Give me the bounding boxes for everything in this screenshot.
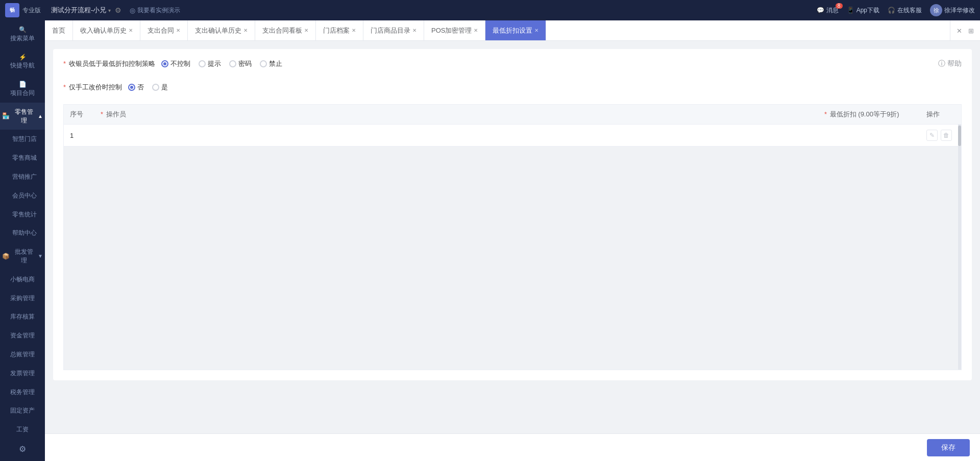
help-button[interactable]: ⓘ 帮助 — [938, 59, 962, 68]
contract-icon: 📄 — [19, 80, 27, 89]
wholesale-icon: 📦 — [2, 252, 10, 261]
table-row: 1 ✎ 🗑 — [64, 125, 961, 147]
tab-home[interactable]: 首页 — [45, 20, 73, 41]
radio-icon — [161, 60, 168, 67]
tabbar: 首页 收入确认单历史 ✕ 支出合同 ✕ 支出确认单历史 ✕ 支出合同看板 ✕ 门… — [45, 20, 980, 41]
table-vertical-scrollbar[interactable] — [958, 125, 961, 370]
tab-close-icon[interactable]: ✕ — [176, 28, 180, 33]
tab-label: 支出合同看板 — [262, 26, 302, 35]
required-mark: * — [63, 83, 66, 91]
sidebar-item-invoice[interactable]: 发票管理 — [0, 364, 45, 383]
retail-icon: 🏪 — [2, 112, 10, 120]
tab-close-icon[interactable]: ✕ — [534, 28, 538, 33]
tab-expense-confirm-history[interactable]: 支出确认单历史 ✕ — [188, 20, 255, 41]
messages-button[interactable]: 💬 消息 8 — [817, 6, 839, 15]
logo-icon: 畅 — [5, 3, 19, 17]
radio-icon — [128, 84, 135, 91]
radio-no-control[interactable]: 不控制 — [161, 59, 190, 68]
project-dropdown-icon: ▾ — [108, 8, 111, 13]
user-profile[interactable]: 徐 徐泽华修改 — [930, 4, 975, 16]
sidebar-item-fixed-assets[interactable]: 固定资产 — [0, 401, 45, 420]
tab-close-icon[interactable]: ✕ — [304, 28, 308, 33]
sidebar-item-finance[interactable]: 资金管理 — [0, 326, 45, 345]
sidebar-item-wholesale[interactable]: 📦 批发管理 ▼ — [0, 242, 45, 270]
project-selector[interactable]: 测试分开流程-小兄 ▾ — [51, 6, 111, 15]
sidebar-item-retail-mall[interactable]: 零售商城 — [0, 149, 45, 167]
tab-min-discount[interactable]: 最低折扣设置 ✕ — [485, 20, 546, 41]
more-tabs-button[interactable]: ⊞ — [966, 26, 976, 36]
sidebar-item-ecommerce[interactable]: 小畅电商 — [0, 270, 45, 289]
manual-control-row: * 仅手工改价时控制 否 — [63, 83, 938, 92]
tab-close-icon[interactable]: ✕ — [412, 28, 416, 33]
control-policy-options: 不控制 提示 密码 — [161, 59, 282, 68]
control-policy-row: * 收银员低于最低折扣控制策略 不控制 — [63, 59, 938, 68]
col-discount: * 最低折扣 (9.00等于9折) — [818, 105, 920, 124]
sidebar-item-label: 搜索菜单 — [10, 34, 35, 43]
table-scroll-area: 1 ✎ 🗑 — [64, 125, 961, 370]
manual-control-label: * 仅手工改价时控制 — [63, 83, 122, 92]
tab-close-icon[interactable]: ✕ — [352, 28, 356, 33]
tab-pos-encrypt[interactable]: POS加密管理 ✕ — [424, 20, 485, 41]
sidebar-item-smart-store[interactable]: 智慧门店 — [0, 130, 45, 149]
tab-label: 支出合同 — [148, 26, 174, 35]
delete-row-button[interactable]: 🗑 — [941, 130, 952, 141]
required-mark: * — [63, 60, 66, 67]
radio-password[interactable]: 密码 — [229, 59, 252, 68]
logo-area: 畅 专业版 — [5, 3, 46, 17]
radio-icon — [229, 60, 236, 67]
tab-expense-contract[interactable]: 支出合同 ✕ — [140, 20, 188, 41]
app-download-button[interactable]: 📱 App下载 — [847, 6, 879, 15]
sidebar-item-tax[interactable]: 税务管理 — [0, 383, 45, 402]
col-seq: 序号 — [64, 105, 94, 124]
sidebar-item-purchase[interactable]: 采购管理 — [0, 289, 45, 308]
radio-yes[interactable]: 是 — [152, 83, 168, 92]
online-service-button[interactable]: 🎧 在线客服 — [888, 6, 922, 15]
content-area: 首页 收入确认单历史 ✕ 支出合同 ✕ 支出确认单历史 ✕ 支出合同看板 ✕ 门… — [45, 20, 980, 461]
user-name: 徐泽华修改 — [944, 6, 975, 15]
sidebar-item-quicknav[interactable]: ⚡ 快捷导航 — [0, 48, 45, 76]
message-icon: 💬 — [817, 7, 824, 14]
quicknav-icon: ⚡ — [19, 53, 27, 62]
sidebar-item-label: 工资 — [16, 425, 29, 434]
demo-link[interactable]: ◎ 我要看实例演示 — [130, 6, 180, 15]
app-edition: 专业版 — [22, 6, 41, 15]
topbar-right: 💬 消息 8 📱 App下载 🎧 在线客服 徐 徐泽华修改 — [817, 4, 975, 16]
table-header: 序号 * 操作员 * 最低折扣 (9.00等于9折) 操作 — [64, 105, 961, 125]
sidebar-item-label: 批发管理 — [12, 248, 36, 265]
tab-store-archive[interactable]: 门店档案 ✕ — [316, 20, 363, 41]
close-tab-button[interactable]: ✕ — [954, 26, 964, 36]
sidebar-item-label: 项目合同 — [10, 89, 35, 98]
radio-icon — [260, 60, 267, 67]
tab-close-icon[interactable]: ✕ — [474, 28, 478, 33]
tab-store-catalog[interactable]: 门店商品目录 ✕ — [363, 20, 424, 41]
sidebar-item-members[interactable]: 会员中心 — [0, 186, 45, 205]
messages-badge: 8 — [836, 3, 843, 9]
cell-actions: ✎ 🗑 — [920, 125, 961, 146]
sidebar-item-retail-stats[interactable]: 零售统计 — [0, 205, 45, 224]
sidebar-settings-button[interactable]: ⚙ — [0, 439, 45, 459]
save-button[interactable]: 保存 — [927, 439, 970, 456]
sidebar-item-contract[interactable]: 📄 项目合同 — [0, 75, 45, 103]
tab-close-icon[interactable]: ✕ — [129, 28, 133, 33]
sidebar-item-help[interactable]: 帮助中心 — [0, 224, 45, 242]
sidebar-item-marketing[interactable]: 营销推广 — [0, 167, 45, 186]
tab-expense-contract-board[interactable]: 支出合同看板 ✕ — [255, 20, 316, 41]
sidebar-item-label: 零售统计 — [12, 210, 37, 219]
tab-close-icon[interactable]: ✕ — [243, 28, 248, 33]
topbar-settings-icon[interactable]: ⚙ — [115, 6, 121, 14]
sidebar-item-search[interactable]: 🔍 搜索菜单 — [0, 20, 45, 48]
sidebar-item-ledger[interactable]: 总账管理 — [0, 345, 45, 364]
edit-row-button[interactable]: ✎ — [926, 130, 938, 141]
sidebar-item-retail[interactable]: 🏪 零售管理 ▲ — [0, 103, 45, 130]
radio-prompt[interactable]: 提示 — [199, 59, 221, 68]
app-download-label: App下载 — [856, 6, 879, 15]
main-layout: 🔍 搜索菜单 ⚡ 快捷导航 📄 项目合同 🏪 零售管理 ▲ 智慧门店 零售商城 … — [0, 20, 980, 461]
sidebar-item-label: 快捷导航 — [10, 61, 35, 70]
sidebar-item-inventory[interactable]: 库存核算 — [0, 307, 45, 326]
sidebar-item-label: 库存核算 — [10, 312, 35, 321]
tab-label: POS加密管理 — [431, 26, 472, 35]
radio-no[interactable]: 否 — [128, 83, 144, 92]
tab-income-history[interactable]: 收入确认单历史 ✕ — [73, 20, 140, 41]
sidebar-item-payroll[interactable]: 工资 — [0, 420, 45, 439]
radio-forbid[interactable]: 禁止 — [260, 59, 282, 68]
